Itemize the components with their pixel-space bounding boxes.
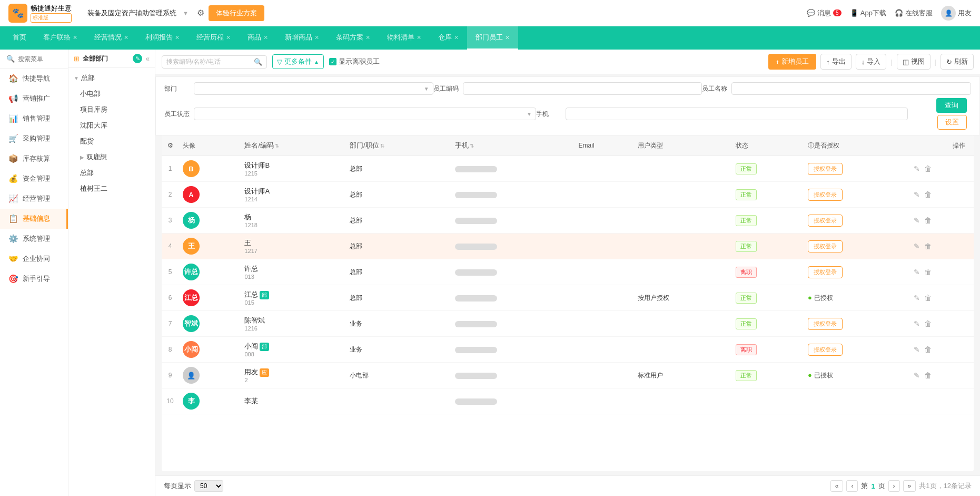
delete-icon[interactable]: 🗑 [924,345,932,354]
user-item[interactable]: 👤 用友 [941,6,972,21]
first-page-button[interactable]: « [830,480,844,492]
edit-icon[interactable]: ✎ [914,242,920,250]
emp-name-input[interactable] [731,82,971,95]
message-item[interactable]: 💬 消息 5 [807,8,842,18]
tab-operation[interactable]: 经营情况 ✕ [86,26,137,50]
auth-button[interactable]: 授权登录 [808,318,843,330]
tab-department[interactable]: 部门员工 ✕ [467,26,518,50]
tab-goods[interactable]: 商品 ✕ [239,26,276,50]
dept-node-shenyang[interactable]: 沈阳大库 [68,118,155,133]
sidebar-item-purchase[interactable]: 🛒 采购管理 [0,129,68,149]
sidebar-item-sales[interactable]: 📊 销售管理 [0,109,68,129]
show-resigned-checkbox[interactable]: ✓ [329,58,336,65]
app-download-item[interactable]: 📱 App下载 [850,8,886,18]
gear-icon[interactable]: ⚙ [197,8,204,18]
delete-icon[interactable]: 🗑 [924,294,932,302]
dept-node-shuanglu[interactable]: ▶ 双鹿想 [68,149,155,165]
sidebar-item-basicinfo[interactable]: 📋 基础信息 [0,209,68,229]
page-size-select[interactable]: 20 50 100 [194,480,223,492]
edit-icon[interactable]: ✎ [914,268,920,276]
tab-profit[interactable]: 利润报告 ✕ [137,26,188,50]
sort-phone-icon[interactable]: 手机 ⇅ [455,141,570,150]
close-icon[interactable]: ✕ [175,34,180,41]
sidebar-item-inventory[interactable]: 📦 库存核算 [0,149,68,169]
col-name-code[interactable]: 姓名/编码 ⇅ [240,135,345,156]
auth-button[interactable]: 授权登录 [808,215,843,227]
import-button[interactable]: ↓ 导入 [856,54,887,70]
auth-button[interactable]: 授权登录 [808,266,843,278]
view-button[interactable]: ◫ 视图 [897,54,930,70]
dept-node-xiaodian[interactable]: 小电部 [68,86,155,102]
sidebar-item-system[interactable]: ⚙️ 系统管理 [0,229,68,249]
delete-icon[interactable]: 🗑 [924,268,932,276]
sidebar-item-finance[interactable]: 💰 资金管理 [0,169,68,189]
more-filter-button[interactable]: ▽ 更多条件 ▲ [272,54,324,69]
refresh-button[interactable]: ↻ 刷新 [941,54,974,70]
close-icon[interactable]: ✕ [417,34,421,41]
edit-icon[interactable]: ✎ [914,345,920,354]
tab-process[interactable]: 经营历程 ✕ [188,26,239,50]
add-employee-button[interactable]: + 新增员工 [768,54,817,70]
delete-icon[interactable]: 🗑 [924,242,932,250]
sort-name-icon[interactable]: 姓名/编码 ⇅ [244,141,341,150]
query-button[interactable]: 查询 [936,98,967,113]
dept-select[interactable] [194,82,433,95]
edit-dept-icon[interactable]: ✎ [133,54,142,63]
sidebar-item-business[interactable]: 📈 经营管理 [0,189,68,209]
search-submit-icon[interactable]: 🔍 [254,58,262,66]
sidebar-item-marketing[interactable]: 📢 营销推广 [0,89,68,109]
edit-icon[interactable]: ✎ [914,294,920,302]
auth-button[interactable]: 授权登录 [808,163,843,175]
col-settings[interactable]: ⚙ [162,135,179,156]
auth-button[interactable]: 授权登录 [808,240,843,252]
dept-node-head[interactable]: ▼ 总部 [68,70,155,86]
sidebar-item-collab[interactable]: 🤝 企业协同 [0,249,68,269]
close-icon[interactable]: ✕ [454,34,459,41]
show-resigned-toggle[interactable]: ✓ 显示离职员工 [329,57,380,66]
search-input[interactable] [166,58,251,65]
dropdown-arrow-sys[interactable]: ▼ [183,10,189,16]
tab-customer[interactable]: 客户联络 ✕ [35,26,86,50]
search-menu-input[interactable] [18,55,60,63]
delete-icon[interactable]: 🗑 [924,164,932,173]
tab-home[interactable]: 首页 [4,26,35,50]
phone-input[interactable] [566,108,908,120]
delete-icon[interactable]: 🗑 [924,190,932,199]
tab-barcode[interactable]: 条码方案 ✕ [328,26,379,50]
close-icon[interactable]: ✕ [365,34,370,41]
dept-node-project[interactable]: 项目库房 [68,102,155,118]
tab-warehouse[interactable]: 仓库 ✕ [430,26,467,50]
auth-button[interactable]: 授权登录 [808,344,843,356]
prev-page-button[interactable]: ‹ [846,480,858,492]
dept-node-zongbu[interactable]: 总部 [68,165,155,181]
edit-icon[interactable]: ✎ [914,164,920,173]
sidebar-item-guide[interactable]: 🎯 新手引导 [0,269,68,289]
setting-button[interactable]: 设置 [937,115,967,130]
dept-node-distribution[interactable]: 配货 [68,133,155,149]
next-page-button[interactable]: › [888,480,900,492]
col-dept-pos[interactable]: 部门/职位 ⇅ [345,135,451,156]
close-icon[interactable]: ✕ [124,34,128,41]
close-icon[interactable]: ✕ [226,34,231,41]
sort-dept-icon[interactable]: 部门/职位 ⇅ [350,141,447,150]
tab-bom[interactable]: 物料清单 ✕ [379,26,430,50]
col-phone[interactable]: 手机 ⇅ [451,135,575,156]
auth-button[interactable]: 授权登录 [808,189,843,201]
edit-icon[interactable]: ✎ [914,371,920,380]
tab-new-goods[interactable]: 新增商品 ✕ [276,26,328,50]
export-button[interactable]: ↑ 导出 [820,54,852,70]
close-icon[interactable]: ✕ [314,34,319,41]
dept-node-zhishu[interactable]: 植树王二 [68,181,155,197]
emp-code-input[interactable] [463,82,702,95]
delete-icon[interactable]: 🗑 [924,216,932,225]
last-page-button[interactable]: » [903,480,916,492]
close-icon[interactable]: ✕ [505,34,510,41]
edit-icon[interactable]: ✎ [914,319,920,328]
collapse-icon[interactable]: « [145,54,150,63]
sidebar-item-quicknav[interactable]: 🏠 快捷导航 [0,69,68,89]
edit-icon[interactable]: ✎ [914,190,920,199]
emp-status-select[interactable] [194,108,536,120]
delete-icon[interactable]: 🗑 [924,319,932,328]
close-icon[interactable]: ✕ [73,34,77,41]
delete-icon[interactable]: 🗑 [924,371,932,380]
